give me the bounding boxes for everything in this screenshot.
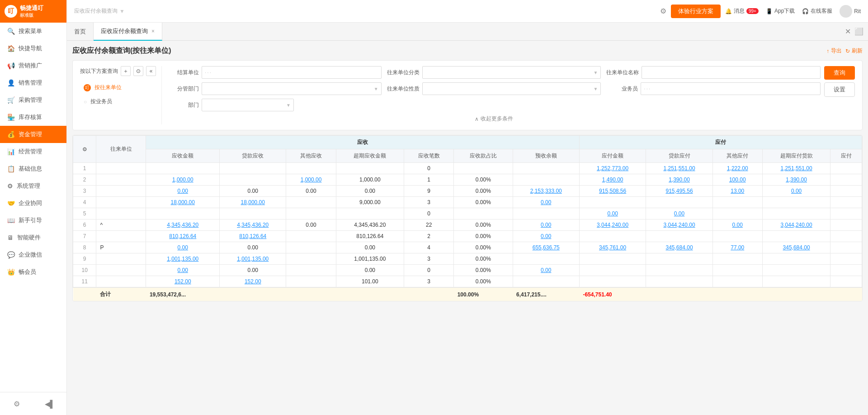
table-cell[interactable]: 0.00 — [146, 186, 220, 197]
filter-settings-btn[interactable]: ⊙ — [133, 66, 143, 76]
table-cell[interactable]: 18,000.00 — [146, 197, 220, 208]
export-btn[interactable]: ↑ 导出 — [826, 47, 842, 55]
table-cell[interactable]: 810,126.64 — [146, 231, 220, 242]
table-cell[interactable]: 1,251,551.00 — [762, 163, 830, 174]
table-cell[interactable]: 1,490.00 — [579, 174, 646, 186]
table-cell[interactable]: 345,761.00 — [579, 242, 646, 253]
sidebar-item-sales[interactable]: 👤 销售管理 — [0, 74, 66, 91]
sidebar-item-system[interactable]: ⚙ 系统管理 — [0, 177, 66, 195]
sidebar-item-member[interactable]: 👑 畅会员 — [0, 263, 66, 281]
sidebar-item-marketing[interactable]: 📢 营销推广 — [0, 57, 66, 74]
table-cell[interactable]: 0.00 — [146, 265, 220, 276]
table-cell[interactable]: 0.00 — [513, 197, 579, 208]
scheme-by-partner[interactable]: 叮 按往来单位 — [80, 81, 156, 95]
sidebar-item-capital[interactable]: 💰 资金管理 — [0, 126, 66, 143]
table-cell: P — [96, 242, 146, 253]
settings-btn[interactable]: 设置 — [824, 82, 855, 97]
dept-mgr-input[interactable]: ▼ — [202, 82, 382, 95]
table-cell[interactable]: 0.00 — [513, 231, 579, 242]
sidebar-item-guide[interactable]: 📖 新手引导 — [0, 212, 66, 229]
table-gear-icon[interactable]: ⚙ — [82, 146, 87, 153]
online-service-btn[interactable]: 🎧 在线客服 — [802, 7, 832, 15]
partner-category-input[interactable]: ▼ — [422, 66, 601, 79]
tab-close-all-icon[interactable]: ✕ — [845, 27, 851, 36]
table-cell[interactable]: 4,345,436.20 — [220, 219, 286, 231]
user-info[interactable]: Rit — [840, 5, 861, 18]
sidebar-item-basic[interactable]: 📋 基础信息 — [0, 160, 66, 177]
dept-input[interactable]: ▼ — [202, 99, 294, 111]
sidebar-collapse-btn[interactable]: ◀▌ — [41, 397, 59, 410]
sidebar-item-purchase[interactable]: 🛒 采购管理 — [0, 91, 66, 109]
tab-home[interactable]: 首页 — [67, 23, 94, 41]
sidebar-item-enterprise[interactable]: 🤝 企业协同 — [0, 195, 66, 212]
filter-add-btn[interactable]: ＋ — [121, 66, 131, 76]
table-cell[interactable]: 77.00 — [712, 242, 762, 253]
table-cell[interactable]: 0.00 — [646, 208, 712, 219]
footer-ap-total: -654,751.40 — [579, 287, 646, 301]
table-cell[interactable]: 1,390.00 — [646, 174, 712, 186]
table-cell[interactable]: 345,684.00 — [762, 242, 830, 253]
col-ap-extra: 应付 — [830, 149, 862, 163]
table-cell[interactable]: 3,044,240.00 — [762, 219, 830, 231]
sidebar-item-smart[interactable]: 🖥 智能硬件 — [0, 229, 66, 246]
table-cell[interactable]: 1,251,551.00 — [646, 163, 712, 174]
footer-ar-advance[interactable]: 6,417,215.... — [513, 287, 579, 301]
table-cell[interactable]: 0.00 — [712, 219, 762, 231]
notice-label: 消息 — [734, 7, 745, 15]
table-cell[interactable]: 1,001,135.00 — [220, 253, 286, 265]
notice-btn[interactable]: 🔔 消息 99+ — [725, 7, 759, 15]
table-cell[interactable]: 0.00 — [513, 265, 579, 276]
page-header: 应收应付余额查询(按往来单位) ↑ 导出 ↻ 刷新 — [72, 46, 863, 56]
table-cell[interactable]: 0.00 — [513, 219, 579, 231]
table-cell[interactable]: 1,001,135.00 — [146, 253, 220, 265]
tab-restore-icon[interactable]: ⬜ — [854, 27, 863, 36]
tab-close-icon[interactable]: × — [151, 28, 155, 34]
table-cell[interactable]: 0.00 — [579, 208, 646, 219]
sidebar-item-quick-nav[interactable]: 🏠 快捷导航 — [0, 40, 66, 57]
table-cell[interactable]: 0.00 — [146, 242, 220, 253]
table-cell[interactable]: 1,390.00 — [762, 174, 830, 186]
table-cell[interactable]: 915,508.56 — [579, 186, 646, 197]
table-cell[interactable]: 810,126.64 — [220, 231, 286, 242]
salesperson-input[interactable]: ··· — [641, 82, 821, 95]
table-cell[interactable]: 1,222.00 — [712, 163, 762, 174]
industry-solution-btn[interactable]: 体验行业方案 — [671, 5, 721, 18]
settlement-input[interactable]: ··· — [202, 66, 382, 79]
table-cell[interactable]: 345,684.00 — [646, 242, 712, 253]
sidebar-item-inventory[interactable]: 🏪 库存核算 — [0, 109, 66, 126]
table-cell[interactable]: 152.00 — [220, 276, 286, 288]
scheme-by-salesperson[interactable]: ○ 按业务员 — [80, 95, 156, 109]
table-cell[interactable]: 655,636.75 — [513, 242, 579, 253]
breadcrumb: 应收应付余额查询 ▼ — [74, 7, 656, 15]
sidebar-item-wechat[interactable]: 💬 企业微信 — [0, 246, 66, 263]
collapse-more-btn[interactable]: ∧ 收起更多条件 — [469, 113, 519, 124]
table-cell[interactable]: 2,153,333.00 — [513, 186, 579, 197]
table-cell[interactable]: 1,252,773.00 — [579, 163, 646, 174]
sidebar-item-operation[interactable]: 📊 经营管理 — [0, 143, 66, 160]
table-cell[interactable]: 3,044,240.00 — [646, 219, 712, 231]
filter-collapse-btn2[interactable]: « — [146, 66, 156, 76]
footer-ar-total[interactable]: 19,553,472,6... — [146, 287, 220, 301]
table-cell[interactable]: 0.00 — [762, 186, 830, 197]
table-cell[interactable]: 4,345,436.20 — [146, 219, 220, 231]
query-btn[interactable]: 查询 — [824, 66, 855, 80]
sidebar-settings-btn[interactable]: ⚙ — [8, 397, 26, 410]
table-cell[interactable]: 1,000.00 — [286, 174, 336, 186]
partner-name-input[interactable] — [642, 66, 821, 79]
table-cell[interactable]: 13.00 — [712, 186, 762, 197]
footer-ap-loan — [646, 287, 712, 301]
table-cell[interactable]: 915,495.56 — [646, 186, 712, 197]
table-cell[interactable]: 3,044,240.00 — [579, 219, 646, 231]
refresh-btn[interactable]: ↻ 刷新 — [845, 47, 863, 55]
table-cell[interactable]: 100.00 — [712, 174, 762, 186]
table-cell[interactable]: 18,000.00 — [220, 197, 286, 208]
table-cell — [830, 253, 862, 265]
app-download-btn[interactable]: 📱 App下载 — [766, 7, 795, 15]
sidebar-item-search-menu[interactable]: 🔍 搜索菜单 — [0, 23, 66, 40]
filter-label: 按以下方案查询 — [80, 67, 118, 75]
table-cell[interactable]: 1,000.00 — [146, 174, 220, 186]
table-cell[interactable]: 152.00 — [146, 276, 220, 288]
topbar-gear-icon[interactable]: ⚙ — [660, 7, 666, 15]
tab-ar-ap[interactable]: 应收应付余额查询 × — [94, 23, 162, 41]
partner-nature-input[interactable]: ▼ — [422, 82, 601, 95]
